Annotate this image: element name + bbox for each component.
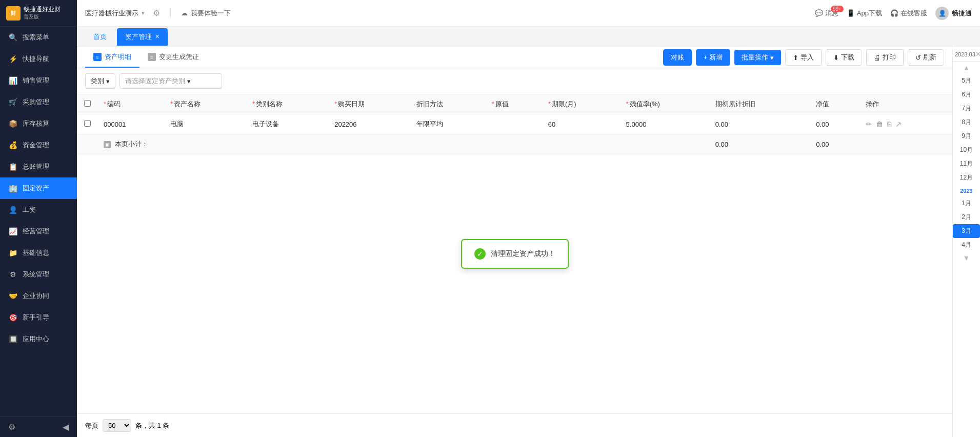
topbar-gear-icon[interactable]: ⚙ <box>153 8 160 18</box>
category-filter-dropdown[interactable]: 类别 ▾ <box>85 73 115 89</box>
select-all-checkbox[interactable] <box>84 100 91 107</box>
col-depreciation: 折旧方法 <box>410 94 486 114</box>
sidebar-item-guide[interactable]: 🎯 新手引导 <box>0 307 77 328</box>
sidebar-item-inventory[interactable]: 📦 库存核算 <box>0 113 77 134</box>
sidebar-item-label-system: 系统管理 <box>23 270 49 279</box>
month-7[interactable]: 7月 <box>953 102 980 115</box>
sidebar-item-label-basic-info: 基础信息 <box>23 248 49 257</box>
topbar-online-service[interactable]: 🎧 在线客服 <box>890 9 927 18</box>
subtab-voucher-gen[interactable]: ≡ 变更生成凭证 <box>139 47 207 68</box>
sidebar-item-system[interactable]: ⚙ 系统管理 <box>0 264 77 285</box>
month-9[interactable]: 9月 <box>953 129 980 143</box>
messages-icon: 💬 <box>815 9 823 17</box>
sidebar-item-quick-nav[interactable]: ⚡ 快捷导航 <box>0 48 77 70</box>
month-10[interactable]: 10月 <box>953 143 980 157</box>
month-5[interactable]: 5月 <box>953 74 980 88</box>
enterprise-icon: 🤝 <box>8 291 17 301</box>
basic-info-icon: 📁 <box>8 248 17 257</box>
month-2023-2[interactable]: 2月 <box>953 210 980 224</box>
col-net-value: 净值 <box>810 94 859 114</box>
account-button[interactable]: 对账 <box>663 49 692 66</box>
month-6[interactable]: 6月 <box>953 88 980 102</box>
scroll-down-arrow[interactable]: ▼ <box>953 252 980 264</box>
operations-icon: 📈 <box>8 227 17 236</box>
batch-label: 批量操作 <box>742 53 768 62</box>
sidebar-item-label-operations: 经营管理 <box>23 227 49 236</box>
subtab-asset-detail[interactable]: ≡ 资产明细 <box>85 47 139 68</box>
topbar-company[interactable]: 医疗器械行业演示 ▾ <box>85 9 145 18</box>
system-icon: ⚙ <box>8 270 17 279</box>
row-net-value: 0.00 <box>810 114 859 134</box>
row-category: 电子设备 <box>246 114 328 134</box>
import-button[interactable]: ⬆ 导入 <box>785 49 822 66</box>
tab-close-icon[interactable]: ✕ <box>155 33 159 40</box>
sidebar-item-finance[interactable]: 💰 资金管理 <box>0 134 77 156</box>
quick-nav-icon: ⚡ <box>8 54 17 64</box>
sidebar-item-sales[interactable]: 📊 销售管理 <box>0 70 77 91</box>
sidebar-collapse-icon[interactable]: ◀ <box>63 422 69 432</box>
sidebar-item-ledger[interactable]: 📋 总账管理 <box>0 156 77 177</box>
topbar-app-download[interactable]: 📱 App下载 <box>847 9 882 18</box>
inventory-icon: 📦 <box>8 119 17 128</box>
month-2023-1[interactable]: 1月 <box>953 196 980 210</box>
month-11[interactable]: 11月 <box>953 157 980 171</box>
tab-home[interactable]: 首页 <box>85 28 115 46</box>
batch-button[interactable]: 批量操作 ▾ <box>734 50 781 65</box>
month-12[interactable]: 12月 <box>953 171 980 185</box>
col-initial-accumulated: 期初累计折旧 <box>709 94 810 114</box>
sidebar-item-label-ledger: 总账管理 <box>23 162 49 171</box>
row-period: 60 <box>542 114 620 134</box>
month-8[interactable]: 8月 <box>953 115 980 129</box>
subtab-voucher-icon: ≡ <box>148 53 156 61</box>
download-button[interactable]: ⬇ 下载 <box>826 49 862 66</box>
row-original-value <box>486 114 542 134</box>
ledger-icon: 📋 <box>8 162 17 171</box>
row-initial-accumulated: 0.00 <box>709 114 810 134</box>
topbar-experience[interactable]: ☁ 我要体验一下 <box>181 9 231 18</box>
scroll-up-arrow[interactable]: ▲ <box>953 62 980 74</box>
filter-label: 类别 <box>91 76 104 86</box>
per-page-select[interactable]: 20 50 100 <box>103 419 131 432</box>
row-residual-rate: 5.0000 <box>620 114 709 134</box>
logo-sub: 普及版 <box>24 13 61 21</box>
sidebar-item-label-guide: 新手引导 <box>23 313 49 322</box>
month-2023-3[interactable]: 3月 <box>953 224 980 238</box>
right-panel-close-icon[interactable]: ✕ <box>975 50 980 58</box>
more-icon[interactable]: ↗ <box>895 120 902 128</box>
sidebar-items-container: 🔍 搜索菜单 ⚡ 快捷导航 📊 销售管理 🛒 采购管理 📦 库存核算 💰 资金管… <box>0 27 77 416</box>
sidebar-settings-icon[interactable]: ⚙ <box>8 422 15 432</box>
sidebar-item-search[interactable]: 🔍 搜索菜单 <box>0 27 77 48</box>
sidebar-item-basic-info[interactable]: 📁 基础信息 <box>0 242 77 264</box>
topbar-user[interactable]: 👤 畅捷通 <box>935 7 972 20</box>
sidebar-bottom: ⚙ ◀ <box>0 416 77 437</box>
app-center-icon: 🔲 <box>8 334 17 344</box>
sidebar-item-payroll[interactable]: 👤 工资 <box>0 199 77 221</box>
subtotal-label: 本页小计： <box>115 140 148 148</box>
sidebar-item-operations[interactable]: 📈 经营管理 <box>0 221 77 242</box>
app-download-label: App下载 <box>857 9 882 18</box>
sidebar-item-fixed-assets[interactable]: 🏢 固定资产 <box>0 177 77 199</box>
print-button[interactable]: 🖨 打印 <box>866 49 904 66</box>
copy-icon[interactable]: ⎘ <box>887 120 891 128</box>
sidebar-item-purchase[interactable]: 🛒 采购管理 <box>0 91 77 113</box>
sidebar-item-app-center[interactable]: 🔲 应用中心 <box>0 328 77 350</box>
import-icon: ⬆ <box>793 54 798 62</box>
refresh-icon: ↺ <box>915 54 921 62</box>
toast: ✓ 清理固定资产成功！ <box>461 239 569 269</box>
year-2023-label: 2023 <box>953 185 980 196</box>
subtab-asset-detail-icon: ≡ <box>93 53 102 61</box>
refresh-button[interactable]: ↺ 刷新 <box>908 49 944 66</box>
month-2023-4[interactable]: 4月 <box>953 238 980 252</box>
new-button[interactable]: + 新增 <box>696 49 730 66</box>
right-panel-date-label: 2023.03 <box>955 51 975 57</box>
category-select[interactable]: 请选择固定资产类别 ▾ <box>119 73 222 89</box>
delete-icon[interactable]: 🗑 <box>876 120 883 128</box>
row-checkbox[interactable] <box>84 120 91 127</box>
tab-asset-mgmt[interactable]: 资产管理 ✕ <box>117 28 168 46</box>
sidebar-item-label-finance: 资金管理 <box>23 141 49 150</box>
edit-icon[interactable]: ✏ <box>866 120 872 128</box>
topbar: 医疗器械行业演示 ▾ ⚙ ☁ 我要体验一下 💬 消息 99+ 📱 App下载 🎧… <box>77 0 980 27</box>
sidebar-item-enterprise[interactable]: 🤝 企业协同 <box>0 285 77 307</box>
row-name: 电脑 <box>164 114 246 134</box>
topbar-messages[interactable]: 💬 消息 99+ <box>815 9 838 18</box>
